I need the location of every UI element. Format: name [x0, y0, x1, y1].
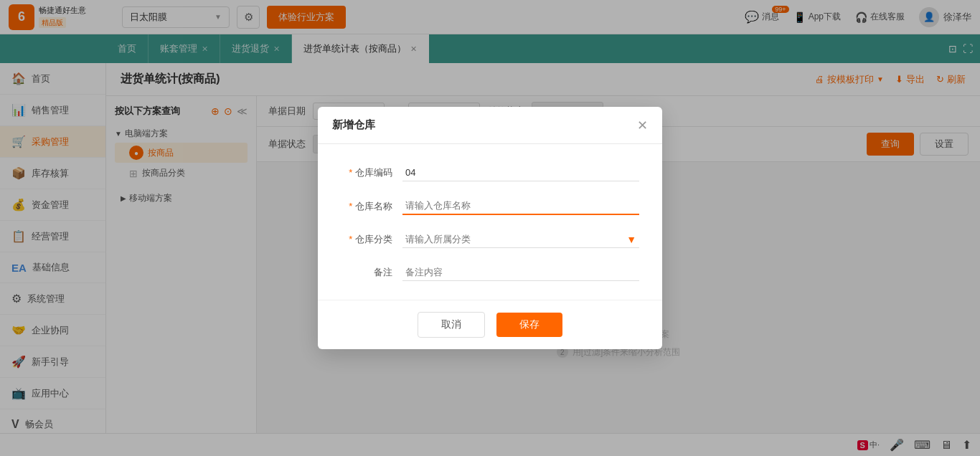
code-label: * 仓库编码 [341, 166, 392, 179]
modal-footer: 取消 保存 [318, 300, 662, 349]
modal-title: 新增仓库 [332, 118, 375, 132]
name-label: * 仓库名称 [341, 200, 392, 213]
modal-header: 新增仓库 ✕ [318, 107, 662, 144]
note-input[interactable] [402, 264, 639, 281]
category-label: * 仓库分类 [341, 233, 392, 246]
cancel-button[interactable]: 取消 [418, 312, 485, 338]
code-input[interactable] [402, 164, 639, 181]
category-input[interactable] [402, 231, 639, 247]
required-star-3: * [349, 234, 352, 244]
category-select-wrapper: ▼ [402, 231, 639, 248]
modal-body: * 仓库编码 * 仓库名称 * 仓库分类 [318, 144, 662, 300]
form-group-category: * 仓库分类 ▼ [341, 231, 639, 248]
name-input[interactable] [402, 197, 639, 215]
form-group-note: 备注 [341, 264, 639, 281]
modal-close-button[interactable]: ✕ [637, 119, 648, 132]
save-button[interactable]: 保存 [496, 313, 562, 337]
category-dropdown-icon[interactable]: ▼ [626, 234, 636, 245]
required-star-2: * [349, 201, 352, 212]
form-group-name: * 仓库名称 [341, 197, 639, 215]
required-star: * [349, 167, 352, 178]
note-label: 备注 [341, 266, 392, 279]
form-group-code: * 仓库编码 [341, 164, 639, 181]
modal: 新增仓库 ✕ * 仓库编码 * 仓库名称 [318, 107, 662, 349]
modal-overlay: 新增仓库 ✕ * 仓库编码 * 仓库名称 [0, 0, 980, 456]
